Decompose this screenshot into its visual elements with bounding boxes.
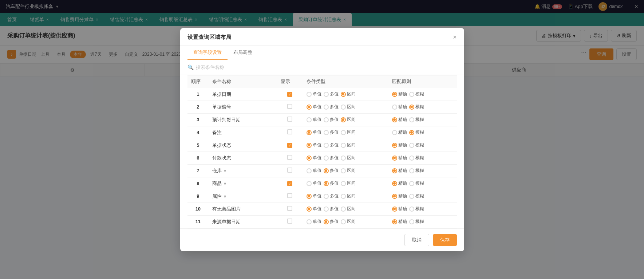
dialog-table-wrap: 顺序 条件名称 显示 条件类型 匹配原则 1单据日期✓单值多值区间精确模糊2单据… xyxy=(180,75,464,77)
dialog-search-bar: 🔍 xyxy=(180,60,464,75)
col-header-name: 条件名称 xyxy=(209,75,277,76)
col-header-type: 条件类型 xyxy=(303,75,388,76)
modal-overlay: 设置查询区域布局 × 查询字段设置 布局调整 🔍 顺序 条件名称 显示 条件类型 xyxy=(0,0,644,76)
dialog-tab-query[interactable]: 查询字段设置 xyxy=(187,46,228,60)
dialog-tabs: 查询字段设置 布局调整 xyxy=(180,46,464,60)
dialog-title: 设置查询区域布局 xyxy=(187,34,231,41)
search-icon: 🔍 xyxy=(187,64,194,70)
dialog-close-btn[interactable]: × xyxy=(453,34,457,40)
dialog-table: 顺序 条件名称 显示 条件类型 匹配原则 1单据日期✓单值多值区间精确模糊2单据… xyxy=(187,75,457,77)
col-header-order: 顺序 xyxy=(187,75,209,76)
dialog-tab-layout[interactable]: 布局调整 xyxy=(228,46,258,60)
col-header-show: 显示 xyxy=(277,75,303,76)
col-header-match: 匹配原则 xyxy=(388,75,457,76)
dialog-header: 设置查询区域布局 × xyxy=(180,28,464,46)
search-input[interactable] xyxy=(196,64,457,70)
settings-dialog: 设置查询区域布局 × 查询字段设置 布局调整 🔍 顺序 条件名称 显示 条件类型 xyxy=(180,28,464,77)
